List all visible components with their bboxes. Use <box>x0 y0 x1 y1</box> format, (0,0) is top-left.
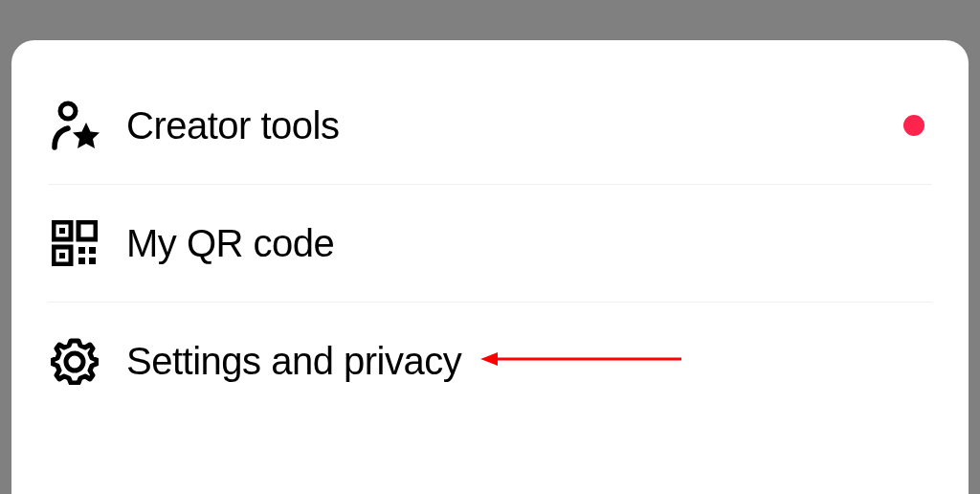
svg-rect-7 <box>89 247 96 254</box>
svg-rect-9 <box>89 258 96 264</box>
svg-rect-2 <box>59 228 65 234</box>
svg-rect-3 <box>78 222 96 239</box>
menu-item-qr-code[interactable]: My QR code <box>11 185 969 302</box>
svg-rect-8 <box>78 258 85 264</box>
menu-item-label: My QR code <box>126 222 334 265</box>
svg-marker-12 <box>480 352 498 366</box>
creator-tools-icon <box>48 99 101 152</box>
svg-point-10 <box>66 353 83 370</box>
svg-rect-6 <box>78 247 85 254</box>
qr-code-icon <box>48 216 101 270</box>
svg-rect-5 <box>59 253 65 258</box>
bottom-sheet: Creator tools My QR code <box>11 40 969 494</box>
menu-item-creator-tools[interactable]: Creator tools <box>11 67 969 184</box>
notification-badge <box>903 115 924 136</box>
svg-point-0 <box>60 103 76 119</box>
annotation-arrow <box>480 348 681 374</box>
menu-item-label: Settings and privacy <box>126 340 461 383</box>
menu-item-settings-privacy[interactable]: Settings and privacy <box>11 303 969 419</box>
settings-icon <box>48 334 101 388</box>
menu-item-label: Creator tools <box>126 104 339 147</box>
